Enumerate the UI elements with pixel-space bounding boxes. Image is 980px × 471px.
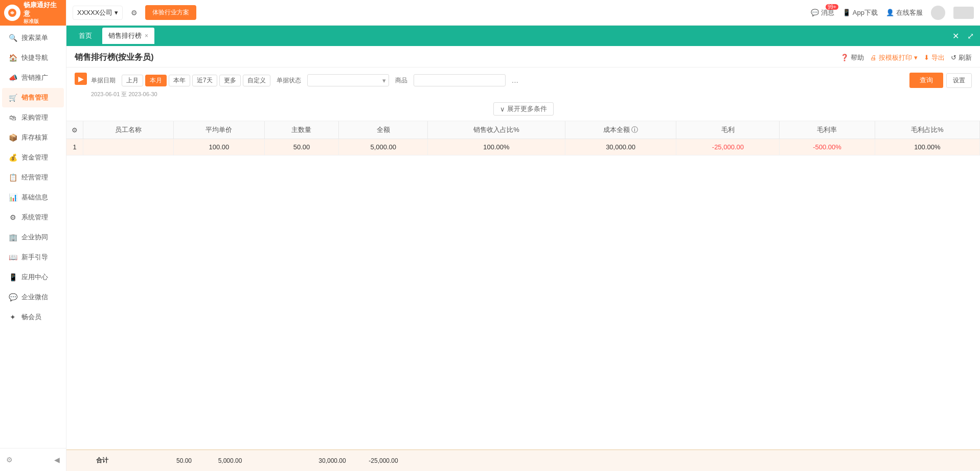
table-header-row: ⚙ 员工名称 平均单价 主数量 全额 销售收入占比% 成本全额 ⓘ 毛利 毛利率… <box>66 121 980 139</box>
tab-close-btn[interactable]: × <box>145 32 148 39</box>
sidebar-item-wechat[interactable]: 💬 企业微信 <box>2 287 64 307</box>
tab-close-window-btn[interactable]: ✕ <box>950 30 961 42</box>
sidebar-item-app-center[interactable]: 📱 应用中心 <box>2 267 64 287</box>
help-icon: ❓ <box>840 54 849 61</box>
footer-cost-total: 30,000.00 <box>307 455 358 466</box>
col-sales-ratio: 销售收入占比% <box>428 121 565 139</box>
search-icon: 🔍 <box>8 34 17 42</box>
sidebar-item-system[interactable]: ⚙ 系统管理 <box>2 208 64 227</box>
col-total: 全额 <box>339 121 428 139</box>
marketing-icon: 📣 <box>8 74 17 82</box>
col-employee: 员工名称 <box>83 121 174 139</box>
tab-home[interactable]: 首页 <box>71 26 100 46</box>
help-btn[interactable]: ❓ 帮助 <box>840 53 864 62</box>
last7-btn[interactable]: 近7天 <box>192 75 217 86</box>
print-btn[interactable]: 🖨 按模板打印 ▾ <box>870 53 918 62</box>
goods-input[interactable] <box>414 74 506 86</box>
company-name: XXXXX公司 <box>77 8 112 17</box>
cell-sales-ratio: 100.00% <box>428 139 565 155</box>
sidebar-item-operations[interactable]: 📋 经营管理 <box>2 168 64 187</box>
message-icon: 💬 <box>811 9 819 16</box>
cell-gross-margin: -500.00% <box>780 139 875 155</box>
footer-label: 合计 <box>82 454 123 467</box>
expand-more-row: ∨ 展开更多条件 <box>75 102 972 116</box>
sidebar-item-finance[interactable]: 💰 资金管理 <box>2 148 64 167</box>
last-month-btn[interactable]: 上月 <box>122 75 143 86</box>
sidebar-item-marketing[interactable]: 📣 营销推广 <box>2 68 64 87</box>
this-year-btn[interactable]: 本年 <box>169 75 190 86</box>
sidebar-item-quick-nav[interactable]: 🏠 快捷导航 <box>2 48 64 68</box>
status-select-wrap <box>307 74 389 86</box>
footer-main-qty: 50.00 <box>164 455 204 466</box>
sidebar-item-basic-info[interactable]: 📊 基础信息 <box>2 188 64 207</box>
service-icon: 👤 <box>886 9 894 16</box>
table-footer: 合计 50.00 5,000.00 30,000.00 -25,000.00 <box>66 450 980 471</box>
message-badge: 99+ <box>826 4 838 10</box>
dropdown-arrow-icon: ▾ <box>115 9 118 16</box>
cell-cost-total: 30,000.00 <box>565 139 676 155</box>
footer-gross-ratio <box>460 459 511 463</box>
sidebar-item-inventory[interactable]: 📦 库存核算 <box>2 128 64 147</box>
trial-btn[interactable]: 体验行业方案 <box>145 5 196 20</box>
app-center-icon: 📱 <box>8 273 17 281</box>
cell-total: 5,000.00 <box>339 139 428 155</box>
expand-down-icon: ∨ <box>500 105 505 113</box>
col-cost-total: 成本全额 ⓘ <box>565 121 676 139</box>
export-btn[interactable]: ⬇ 导出 <box>924 53 945 62</box>
company-settings-btn[interactable]: ⚙ <box>127 6 141 20</box>
settings-page-btn[interactable]: 设置 <box>946 73 972 88</box>
cell-employee <box>83 139 174 155</box>
more-options-dots[interactable]: ... <box>512 76 518 85</box>
tab-maximize-btn[interactable]: ⤢ <box>965 30 976 42</box>
user-name <box>953 7 974 19</box>
table-wrap: ⚙ 员工名称 平均单价 主数量 全额 销售收入占比% 成本全额 ⓘ 毛利 毛利率… <box>66 121 980 450</box>
col-gross-ratio: 毛利占比% <box>875 121 979 139</box>
guide-icon: 📖 <box>8 253 17 261</box>
table-row: 1 100.00 50.00 5,000.00 100.00% 30,000.0… <box>66 139 980 155</box>
sidebar-item-guide[interactable]: 📖 新手引导 <box>2 248 64 267</box>
refresh-btn[interactable]: ↺ 刷新 <box>951 53 972 62</box>
sidebar-item-search[interactable]: 🔍 搜索菜单 <box>2 28 64 48</box>
tab-bar: 首页 销售排行榜 × ✕ ⤢ <box>66 26 980 46</box>
filter-area: ▶ 单据日期 上月 本月 本年 近7天 更多 自定义 <box>66 68 980 121</box>
footer-gross-profit: -25,000.00 <box>358 455 409 466</box>
page-header: 销售排行榜(按业务员) ❓ 帮助 🖨 按模板打印 ▾ ⬇ 导出 <box>66 46 980 68</box>
settings-bottom-btn[interactable]: ⚙ <box>2 453 17 467</box>
sidebar-logo: 畅康通好生意 标准版 <box>0 0 66 26</box>
query-btn[interactable]: 查询 <box>909 73 943 88</box>
sidebar-item-member[interactable]: ✦ 畅会员 <box>2 307 64 327</box>
avatar[interactable] <box>931 6 945 20</box>
main-area: XXXXX公司 ▾ ⚙ 体验行业方案 💬 消息 99+ 📱 App下载 👤 在线… <box>66 0 980 471</box>
message-btn[interactable]: 💬 消息 99+ <box>811 8 834 17</box>
sidebar-item-enterprise[interactable]: 🏢 企业协同 <box>2 228 64 247</box>
filter-expand-arrow[interactable]: ▶ <box>75 73 87 85</box>
logo-icon <box>4 5 20 21</box>
status-select[interactable] <box>307 74 389 86</box>
purchase-icon: 🛍 <box>8 114 17 122</box>
system-icon: ⚙ <box>8 213 17 221</box>
header-right: 💬 消息 99+ 📱 App下载 👤 在线客服 <box>811 6 974 20</box>
collapse-sidebar-btn[interactable]: ◀ <box>50 453 64 467</box>
online-service-btn[interactable]: 👤 在线客服 <box>886 8 923 17</box>
sales-icon: 🛒 <box>8 94 17 102</box>
sidebar-item-sales[interactable]: 🛒 销售管理 <box>2 88 64 107</box>
tab-sales-ranking[interactable]: 销售排行榜 × <box>102 28 154 44</box>
wechat-icon: 💬 <box>8 293 17 301</box>
app-download-btn[interactable]: 📱 App下载 <box>842 8 878 17</box>
col-main-qty: 主数量 <box>264 121 339 139</box>
sidebar-nav: 🔍 搜索菜单 🏠 快捷导航 📣 营销推广 🛒 销售管理 🛍 采购管理 📦 库存核… <box>0 26 66 448</box>
expand-more-btn[interactable]: ∨ 展开更多条件 <box>493 102 554 116</box>
company-selector[interactable]: XXXXX公司 ▾ <box>73 6 123 20</box>
cell-main-qty: 50.00 <box>264 139 339 155</box>
this-month-btn[interactable]: 本月 <box>145 75 167 86</box>
cell-avg-price: 100.00 <box>174 139 264 155</box>
custom-date-btn[interactable]: 自定义 <box>243 75 270 86</box>
finance-icon: 💰 <box>8 153 17 162</box>
inventory-icon: 📦 <box>8 133 17 142</box>
operations-icon: 📋 <box>8 173 17 182</box>
col-settings[interactable]: ⚙ <box>66 121 83 139</box>
more-dates-btn[interactable]: 更多 <box>219 75 241 86</box>
cell-rank: 1 <box>66 139 83 155</box>
tab-actions: ✕ ⤢ <box>950 30 976 42</box>
sidebar-item-purchase[interactable]: 🛍 采购管理 <box>2 108 64 127</box>
